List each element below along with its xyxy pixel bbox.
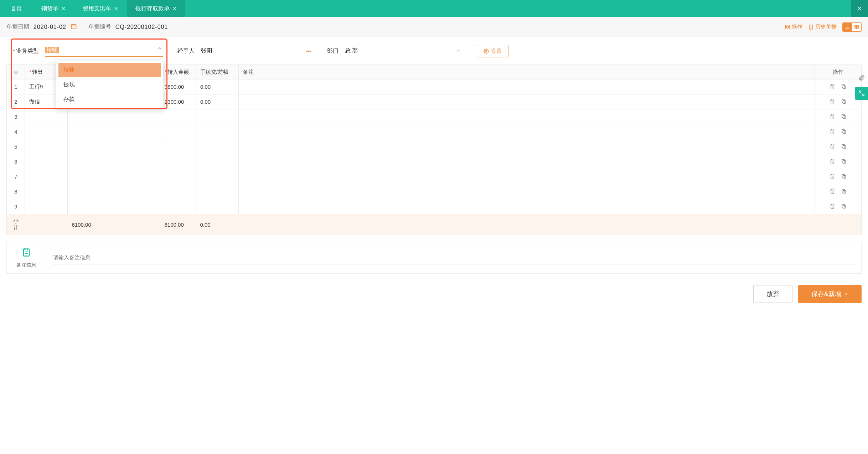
cell-out-amt[interactable] — [68, 169, 160, 184]
cell-fee[interactable] — [196, 199, 239, 214]
delete-row-button[interactable] — [829, 128, 836, 135]
view-card-button[interactable] — [852, 23, 861, 31]
cell-out-acc[interactable] — [25, 184, 68, 199]
chevron-up-icon[interactable] — [157, 46, 162, 52]
delete-row-button[interactable] — [829, 158, 836, 165]
cell-out-acc[interactable] — [25, 124, 68, 139]
cell-fee[interactable] — [196, 184, 239, 199]
close-icon[interactable]: ✕ — [114, 6, 118, 11]
handler-field[interactable]: 经手人 ••• — [177, 46, 313, 57]
cell-remark[interactable] — [239, 184, 285, 199]
cell-remark2[interactable] — [285, 169, 815, 184]
cell-remark[interactable] — [239, 199, 285, 214]
cell-remark2[interactable] — [285, 154, 815, 169]
cell-out-acc[interactable] — [25, 169, 68, 184]
cell-out-amt[interactable] — [68, 139, 160, 154]
cell-fee[interactable] — [196, 109, 239, 124]
history-button[interactable]: 历史单据 — [808, 24, 837, 30]
table-row[interactable]: 5 — [7, 139, 861, 154]
attachment-button[interactable] — [855, 71, 868, 84]
cell-remark[interactable] — [239, 154, 285, 169]
cell-in-amt[interactable] — [160, 154, 196, 169]
cell-out-amt[interactable] — [68, 199, 160, 214]
more-icon[interactable]: ••• — [306, 48, 311, 54]
cell-in-amt[interactable]: 3800.00 — [160, 79, 196, 94]
cell-in-amt[interactable]: 2300.00 — [160, 94, 196, 109]
tab-home[interactable]: 首页 — [0, 0, 33, 17]
save-add-button[interactable]: 保存&新增 — [798, 285, 862, 303]
cell-fee[interactable] — [196, 169, 239, 184]
dept-input[interactable] — [345, 46, 463, 57]
settings-button[interactable]: 设置 — [477, 45, 508, 57]
table-row[interactable]: 4 — [7, 124, 861, 139]
delete-row-button[interactable] — [829, 188, 836, 195]
remarks-input[interactable] — [53, 251, 854, 264]
cell-out-amt[interactable] — [68, 109, 160, 124]
cell-in-amt[interactable] — [160, 109, 196, 124]
cell-fee[interactable] — [196, 154, 239, 169]
delete-row-button[interactable] — [829, 173, 836, 180]
cell-remark2[interactable] — [285, 79, 815, 94]
date-value[interactable]: 2020-01-02 — [33, 24, 66, 30]
cell-fee[interactable] — [196, 139, 239, 154]
business-type-field[interactable]: * 业务类型 转账 转账 提现 存款 — [6, 46, 163, 57]
cell-remark[interactable] — [239, 94, 285, 109]
copy-row-button[interactable] — [840, 128, 847, 135]
delete-row-button[interactable] — [829, 143, 836, 150]
ops-button[interactable]: 操作 — [785, 24, 802, 30]
cell-fee[interactable] — [196, 124, 239, 139]
table-row[interactable]: 3 — [7, 109, 861, 124]
cell-in-amt[interactable] — [160, 139, 196, 154]
type-option-withdraw[interactable]: 提现 — [58, 77, 161, 92]
cell-fee[interactable]: 0.00 — [196, 79, 239, 94]
cell-remark2[interactable] — [285, 139, 815, 154]
gear-icon[interactable]: ⚙ — [14, 69, 18, 75]
cell-in-amt[interactable] — [160, 124, 196, 139]
tab-sales[interactable]: 销货单 ✕ — [33, 0, 74, 17]
copy-row-button[interactable] — [840, 83, 847, 90]
cell-out-amt[interactable] — [68, 154, 160, 169]
chevron-down-icon[interactable] — [455, 48, 461, 55]
copy-row-button[interactable] — [840, 98, 847, 105]
tabbar-close-button[interactable] — [851, 0, 868, 17]
cell-out-acc[interactable] — [25, 109, 68, 124]
calendar-icon[interactable] — [71, 23, 77, 31]
type-input[interactable]: 转账 — [45, 46, 163, 57]
cell-remark[interactable] — [239, 169, 285, 184]
cell-out-amt[interactable] — [68, 184, 160, 199]
cell-out-amt[interactable] — [68, 124, 160, 139]
copy-row-button[interactable] — [840, 188, 847, 195]
view-list-button[interactable] — [843, 23, 852, 31]
delete-row-button[interactable] — [829, 83, 836, 90]
close-icon[interactable]: ✕ — [61, 6, 66, 11]
cell-fee[interactable]: 0.00 — [196, 94, 239, 109]
cell-remark[interactable] — [239, 79, 285, 94]
handler-input[interactable] — [201, 46, 313, 57]
cell-remark2[interactable] — [285, 184, 815, 199]
copy-row-button[interactable] — [840, 143, 847, 150]
cell-in-amt[interactable] — [160, 199, 196, 214]
delete-row-button[interactable] — [829, 113, 836, 120]
cell-out-acc[interactable] — [25, 139, 68, 154]
delete-row-button[interactable] — [829, 98, 836, 105]
cancel-button[interactable]: 放弃 — [753, 285, 792, 303]
delete-row-button[interactable] — [829, 203, 836, 210]
copy-row-button[interactable] — [840, 158, 847, 165]
tab-expense[interactable]: 费用支出单 ✕ — [74, 0, 127, 17]
cell-remark2[interactable] — [285, 94, 815, 109]
table-row[interactable]: 7 — [7, 169, 861, 184]
table-row[interactable]: 6 — [7, 154, 861, 169]
copy-row-button[interactable] — [840, 113, 847, 120]
cell-remark2[interactable] — [285, 199, 815, 214]
copy-row-button[interactable] — [840, 203, 847, 210]
cell-out-acc[interactable] — [25, 154, 68, 169]
table-row[interactable]: 8 — [7, 184, 861, 199]
cell-remark[interactable] — [239, 124, 285, 139]
expand-button[interactable] — [855, 87, 868, 100]
type-option-deposit[interactable]: 存款 — [58, 92, 161, 107]
close-icon[interactable]: ✕ — [172, 6, 177, 11]
cell-remark[interactable] — [239, 109, 285, 124]
copy-row-button[interactable] — [840, 173, 847, 180]
table-row[interactable]: 9 — [7, 199, 861, 214]
cell-remark[interactable] — [239, 139, 285, 154]
